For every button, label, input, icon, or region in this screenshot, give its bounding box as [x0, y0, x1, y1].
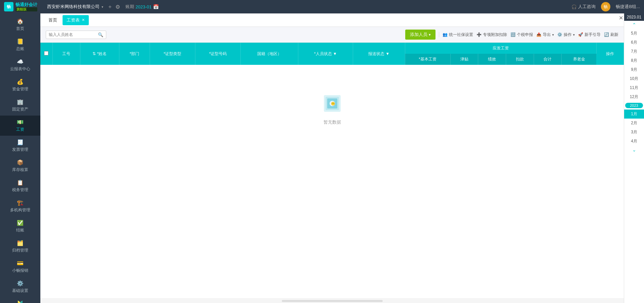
special-deduction-btn[interactable]: ➕ 专项附加扣除	[477, 32, 507, 38]
month-10[interactable]: 10月	[624, 74, 644, 83]
op-dropdown-icon: ▾	[573, 33, 575, 37]
search-wrap: 🔍	[46, 31, 106, 39]
sidebar-item-guide[interactable]: 🔰 新手引导	[0, 297, 40, 303]
salary-table: 工号 ⇅ *姓名 *部门 *证型类型 *证型号码	[40, 43, 624, 152]
empty-state: 😶 暂无数据	[40, 65, 624, 152]
tax-icon: 📋	[17, 179, 24, 186]
op-icon: ⚙️	[557, 32, 562, 37]
export-icon: 📤	[536, 32, 541, 37]
sidebar-item-inventory[interactable]: 📦 库存核算	[0, 156, 40, 176]
sidebar-item-settings[interactable]: ⚙️ 基础设置	[0, 277, 40, 297]
social-icon: 👥	[443, 32, 448, 37]
select-all-checkbox[interactable]	[44, 51, 48, 55]
edition-badge: 旗舰版	[15, 7, 37, 11]
th-operations: 操作	[596, 43, 624, 65]
salary-icon: 💵	[17, 119, 24, 125]
month-11[interactable]: 11月	[624, 83, 644, 92]
month-9[interactable]: 9月	[624, 65, 644, 74]
invoice-icon: 🧾	[17, 139, 24, 145]
rp-down-arrow[interactable]: ⌄	[624, 146, 644, 154]
rp-up-arrow[interactable]: ⌃	[624, 21, 644, 29]
th-checkbox[interactable]	[40, 43, 52, 65]
org-icon: 🏗️	[17, 200, 24, 206]
horizontal-scrollbar[interactable]	[282, 300, 383, 302]
month-4[interactable]: 4月	[624, 137, 644, 146]
sidebar-item-salary[interactable]: 💵 工资	[0, 116, 40, 136]
content-area: 首页 工资表 ✕ 🔍 添加人员 ▾ 👥 统一社保设置	[40, 13, 624, 303]
month-2[interactable]: 2月	[624, 119, 644, 128]
deduction-icon: ➕	[477, 32, 482, 37]
guide-icon2: 🚀	[578, 32, 583, 37]
export-label: 导出	[543, 32, 551, 38]
sidebar-item-ledger[interactable]: 📒 总账	[0, 35, 40, 55]
sidebar-item-multi-org[interactable]: 🏗️ 多机构管理	[0, 196, 40, 216]
search-icon: 🔍	[98, 32, 103, 37]
operations-btn[interactable]: ⚙️ 操作 ▾	[557, 32, 575, 38]
toolbar: 🔍 添加人员 ▾ 👥 统一社保设置 ➕ 专项附加扣除 🔢 个	[40, 27, 624, 43]
sidebar-item-invoice[interactable]: 🧾 发票管理	[0, 136, 40, 156]
search-input[interactable]	[49, 32, 96, 37]
sidebar-label-funds: 资金管理	[12, 86, 28, 92]
tax-icon2: 🔢	[510, 32, 516, 37]
month-8[interactable]: 8月	[624, 56, 644, 65]
refresh-label: 刷新	[610, 32, 618, 38]
month-12[interactable]: 12月	[624, 92, 644, 101]
refresh-btn[interactable]: 🔄 刷新	[604, 32, 618, 38]
calendar-icon[interactable]: 📅	[153, 4, 159, 9]
month-1[interactable]: 1月	[624, 110, 644, 119]
empty-icon: 😶	[319, 92, 346, 115]
refresh-icon: 🔄	[604, 32, 609, 37]
sidebar-item-home[interactable]: 🏠 首页	[0, 15, 40, 35]
settings-button[interactable]: ⚙	[115, 4, 120, 10]
month-3[interactable]: 3月	[624, 128, 644, 137]
sidebar-item-fixed-assets[interactable]: 🏢 固定资产	[0, 95, 40, 116]
add-person-button[interactable]: 添加人员 ▾	[405, 30, 435, 40]
sidebar-item-archive[interactable]: 🗂️ 归档管理	[0, 236, 40, 257]
sidebar-item-tax[interactable]: 📋 税务管理	[0, 176, 40, 196]
period-label: 账期	[125, 4, 134, 10]
sidebar-item-cloud-report[interactable]: ☁️ 云报表中心	[0, 55, 40, 75]
th-report-status: 报送状态 ▼	[353, 43, 405, 65]
tax-label: 个税申报	[517, 32, 533, 38]
sidebar-label-assets: 固定资产	[12, 106, 28, 112]
tab-home[interactable]: 首页	[44, 17, 61, 23]
month-7[interactable]: 7月	[624, 47, 644, 56]
tab-close-icon[interactable]: ✕	[82, 18, 85, 22]
inventory-icon: 📦	[17, 159, 24, 166]
sort-icon-name[interactable]: ⇅	[92, 51, 96, 56]
export-dropdown-icon: ▾	[552, 33, 554, 37]
sidebar-item-expense[interactable]: 💳 小畅报销	[0, 257, 40, 277]
th-pension: 养老金	[562, 54, 597, 65]
tax-declare-btn[interactable]: 🔢 个税申报	[510, 32, 533, 38]
rp-close-button[interactable]: ✕	[619, 15, 623, 21]
th-payroll-group: 应发工资	[405, 43, 596, 54]
add-person-label: 添加人员	[410, 32, 427, 38]
right-panel: 2023.01 ⌃ 5月 6月 7月 8月 9月 10月 11月 12月 202…	[624, 13, 644, 303]
sidebar-label-expense: 小畅报销	[12, 268, 28, 273]
export-btn[interactable]: 📤 导出 ▾	[536, 32, 554, 38]
service-button[interactable]: 🎧 人工咨询	[571, 4, 596, 10]
tab-salary-label: 工资表	[67, 17, 80, 23]
social-insurance-btn[interactable]: 👥 统一社保设置	[443, 32, 473, 38]
cloud-icon: ☁️	[17, 58, 24, 65]
sidebar-item-funds[interactable]: 💰 资金管理	[0, 75, 40, 95]
social-label: 统一社保设置	[449, 32, 473, 38]
sidebar-item-close-accounts[interactable]: ✅ 结账	[0, 216, 40, 236]
table-container: 工号 ⇅ *姓名 *部门 *证型类型 *证型号码	[40, 43, 624, 298]
month-6[interactable]: 6月	[624, 38, 644, 47]
filter-icon-report[interactable]: ▼	[386, 51, 390, 56]
company-selector[interactable]: 西安虾米网络科技有限公司 ▾	[47, 4, 103, 10]
company-dropdown-icon[interactable]: ▾	[102, 5, 103, 9]
tab-salary-table[interactable]: 工资表 ✕	[63, 15, 89, 25]
sidebar-label-archive: 归档管理	[12, 248, 28, 253]
sidebar-label-salary: 工资	[16, 127, 24, 132]
filter-icon-status[interactable]: ▼	[333, 51, 337, 56]
scrollbar-area[interactable]	[40, 298, 624, 303]
toolbar-right: 添加人员 ▾ 👥 统一社保设置 ➕ 专项附加扣除 🔢 个税申报 📤	[405, 30, 618, 40]
add-company-button[interactable]: ＋	[107, 3, 113, 10]
rp-expand-button[interactable]: ⤢	[627, 15, 631, 20]
op-label: 操作	[564, 32, 572, 38]
guide-btn[interactable]: 🚀 新手引导	[578, 32, 601, 38]
month-5[interactable]: 5月	[624, 29, 644, 38]
add-person-dropdown-icon: ▾	[429, 33, 431, 37]
